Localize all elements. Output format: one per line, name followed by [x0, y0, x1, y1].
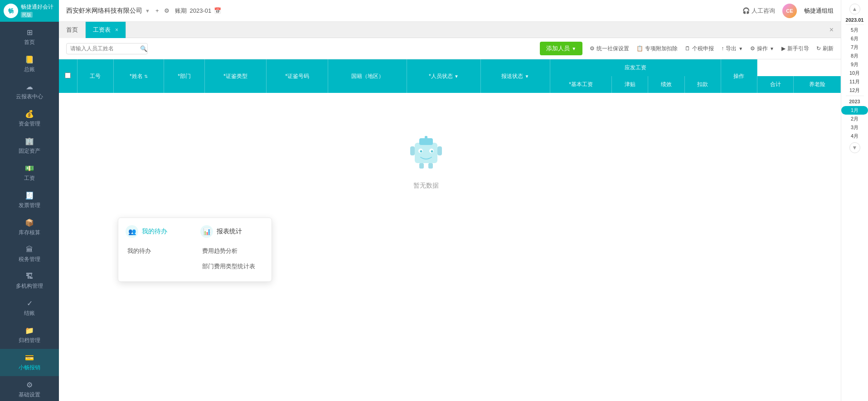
settlement-icon: ✓ — [27, 299, 33, 308]
period-badge: 账期 2023-01 📅 — [175, 7, 221, 15]
sidebar-item-fixed-assets[interactable]: 🏢 固定资产 — [0, 132, 59, 159]
tax-declaration-button[interactable]: 🗒 个税申报 — [685, 45, 714, 53]
filter-icon[interactable]: ▼ — [454, 74, 459, 79]
header-bonus: 津贴 — [612, 76, 648, 93]
svg-rect-10 — [428, 163, 433, 169]
multi-org-icon: 🏗 — [26, 272, 33, 280]
sidebar-item-home[interactable]: ⊞ 首页 — [0, 24, 59, 51]
close-panel-button[interactable]: × — [822, 26, 841, 34]
fixed-assets-icon: 🏢 — [25, 137, 34, 145]
header-total: 合计 — [757, 76, 794, 93]
timeline-month-12[interactable]: 12月 — [841, 86, 868, 95]
my-tasks-item[interactable]: 我的待办 — [126, 243, 189, 259]
send-status-filter-icon[interactable]: ▼ — [524, 74, 529, 79]
sidebar-item-label: 结账 — [24, 309, 35, 317]
timeline-month-11[interactable]: 11月 — [841, 77, 868, 86]
inventory-icon: 📦 — [25, 218, 34, 227]
sidebar-item-archive[interactable]: 📁 归档管理 — [0, 322, 59, 349]
salary-icon: 💵 — [25, 164, 34, 173]
company-selector[interactable]: 西安虾米网络科技有限公司 ▼ — [66, 7, 150, 15]
header-deduct: 扣款 — [684, 76, 721, 93]
app-badge: 民版 — [21, 12, 33, 18]
special-deduct-label: 专项附加扣除 — [645, 45, 678, 53]
tab-close-button[interactable]: × — [115, 27, 118, 33]
popup-columns: 👥 我的待办 我的待办 📊 报表统计 费用趋势分析 部门费用类型统计表 — [126, 225, 264, 274]
invoice-icon: 🧾 — [25, 191, 34, 200]
search-input[interactable] — [70, 45, 138, 52]
operate-label: 操作 — [757, 45, 768, 53]
toolbar: 🔍 添加人员 ▼ ⚙ 统一社保设置 📋 专项附加扣除 🗒 个税申报 — [59, 38, 841, 59]
timeline-month-3[interactable]: 3月 — [841, 123, 868, 132]
popup-menu: 👥 我的待办 我的待办 📊 报表统计 费用趋势分析 部门费用类型统计表 — [118, 217, 272, 282]
tax-declaration-label: 个税申报 — [692, 45, 714, 53]
social-security-button[interactable]: ⚙ 统一社保设置 — [590, 45, 629, 53]
add-company-button[interactable]: + — [155, 7, 159, 14]
refresh-label: 刷新 — [823, 45, 834, 53]
header-checkbox — [59, 59, 77, 93]
svg-rect-9 — [419, 163, 424, 169]
header-country: 国籍（地区） — [328, 59, 407, 93]
timeline-month-1[interactable]: 1月 — [841, 106, 868, 115]
sidebar-item-multi-org[interactable]: 🏗 多机构管理 — [0, 268, 59, 295]
timeline-month-9[interactable]: 9月 — [841, 60, 868, 69]
timeline-month-6[interactable]: 6月 — [841, 34, 868, 43]
refresh-button[interactable]: ↻ 刷新 — [816, 45, 834, 53]
my-tasks-icon: 👥 — [126, 225, 138, 238]
add-person-label: 添加人员 — [546, 44, 570, 53]
sidebar-item-ledger[interactable]: 📒 总账 — [0, 51, 59, 78]
user-avatar[interactable]: CE — [782, 4, 797, 18]
sidebar-item-label: 固定资产 — [19, 147, 40, 155]
timeline-month-4[interactable]: 4月 — [841, 132, 868, 140]
empty-text: 暂无数据 — [413, 182, 439, 190]
special-deduct-button[interactable]: 📋 专项附加扣除 — [636, 45, 678, 53]
add-person-button[interactable]: 添加人员 ▼ — [540, 42, 582, 55]
popup-col-my-tasks: 👥 我的待办 我的待办 — [126, 225, 189, 274]
sidebar-item-settlement[interactable]: ✓ 结账 — [0, 295, 59, 322]
sidebar-item-inventory[interactable]: 📦 库存核算 — [0, 214, 59, 241]
timeline-month-5[interactable]: 5月 — [841, 26, 868, 34]
dept-expense-item[interactable]: 部门费用类型统计表 — [200, 259, 264, 274]
sidebar-item-label: 多机构管理 — [16, 282, 43, 290]
basic-icon: ⚙ — [26, 381, 33, 389]
timeline-month-8[interactable]: 8月 — [841, 52, 868, 60]
sidebar-item-label: 归档管理 — [19, 337, 40, 344]
svg-point-5 — [420, 150, 422, 153]
new-guide-button[interactable]: ▶ 新手引导 — [781, 45, 809, 53]
sidebar-item-basic[interactable]: ⚙ 基础设置 — [0, 376, 59, 401]
fund-icon: 💰 — [25, 110, 34, 118]
sidebar-item-salary[interactable]: 💵 工资 — [0, 159, 59, 187]
sidebar-item-label: 税务管理 — [19, 256, 40, 263]
panel-up-button[interactable]: ▲ — [849, 4, 860, 14]
user-name: 畅捷通组组 — [804, 7, 834, 15]
select-all-checkbox[interactable] — [65, 72, 71, 78]
tab-bar: 首页 工资表 × × — [59, 22, 841, 38]
expense-trend-item[interactable]: 费用趋势分析 — [200, 243, 264, 259]
sidebar-item-label: 总账 — [24, 66, 35, 73]
sidebar-item-label: 基础设置 — [19, 391, 40, 399]
popup-col1-title: 我的待办 — [142, 227, 167, 236]
sidebar-item-tax[interactable]: 🏛 税务管理 — [0, 241, 59, 268]
header-dept: *部门 — [164, 59, 204, 93]
header-cert-no: *证鉴号码 — [266, 59, 328, 93]
current-year-label: 2023 — [849, 97, 860, 106]
search-icon: 🔍 — [140, 45, 147, 52]
sidebar-item-invoice[interactable]: 🧾 发票管理 — [0, 187, 59, 214]
timeline-month-10[interactable]: 10月 — [841, 69, 868, 77]
sidebar-item-xiaochang[interactable]: 💳 小畅报销 — [0, 349, 59, 376]
sidebar-item-cloud-report[interactable]: ☁ 云报表中心 — [0, 78, 59, 105]
tab-home[interactable]: 首页 — [59, 22, 86, 38]
sidebar-item-label: 小畅报销 — [19, 364, 40, 372]
tab-salary-table[interactable]: 工资表 × — [86, 22, 126, 38]
panel-down-button[interactable]: ▼ — [849, 142, 860, 153]
sidebar-item-fund[interactable]: 💰 资金管理 — [0, 105, 59, 132]
period-label: 账期 — [175, 7, 187, 15]
timeline-month-2[interactable]: 2月 — [841, 115, 868, 123]
empty-robot-icon — [403, 129, 449, 174]
sidebar-item-label: 首页 — [24, 39, 35, 46]
export-button[interactable]: ↑ 导出 ▼ — [721, 45, 743, 53]
timeline-month-7[interactable]: 7月 — [841, 43, 868, 52]
avatar-initials: CE — [786, 8, 793, 14]
settings-button[interactable]: ⚙ — [164, 7, 170, 14]
support-link[interactable]: 🎧 人工咨询 — [742, 7, 775, 15]
operate-button[interactable]: ⚙ 操作 ▼ — [750, 45, 774, 53]
